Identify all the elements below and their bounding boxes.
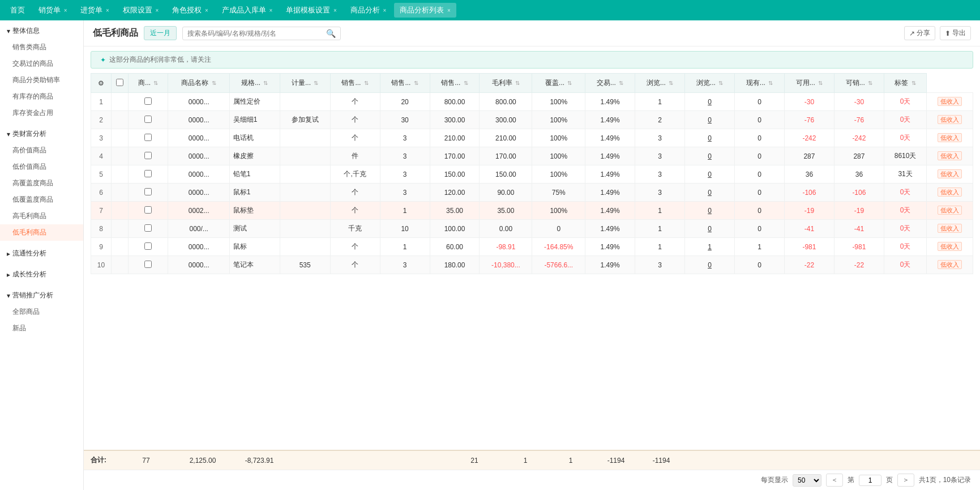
row-amount: 170.00 [430, 147, 480, 165]
col-settings[interactable]: ⚙ [91, 74, 112, 93]
nav-sales-order[interactable]: 销货单 × [33, 3, 72, 18]
row-view1[interactable]: 0 [685, 111, 735, 129]
row-view1[interactable]: 0 [685, 147, 735, 165]
sidebar-item-low-coverage[interactable]: 低覆盖度商品 [0, 191, 83, 208]
row-checkbox[interactable] [144, 224, 152, 232]
sidebar-item-low-value[interactable]: 低价值商品 [0, 159, 83, 175]
nav-close-permissions[interactable]: × [156, 7, 159, 14]
row-checkbox-cell[interactable] [129, 256, 168, 274]
sidebar-group-title-circulation[interactable]: ▸ 流通性分析 [0, 245, 83, 262]
row-view1[interactable]: 0 [685, 165, 735, 184]
nav-product-entry[interactable]: 产成品入库单 × [216, 3, 278, 18]
row-checkbox-cell[interactable] [129, 202, 168, 220]
row-view2: 0 [735, 93, 785, 111]
row-tag: 低收入 [927, 238, 973, 256]
row-checkbox-cell[interactable] [129, 220, 168, 238]
sidebar-item-all-goods[interactable]: 全部商品 [0, 304, 83, 320]
row-available: -41 [834, 220, 884, 238]
sidebar-item-sales-goods[interactable]: 销售类商品 [0, 39, 83, 56]
col-checkbox[interactable] [112, 74, 129, 93]
row-saleable: 31天 [884, 165, 926, 184]
col-unit: 计量... ⇅ [280, 74, 330, 93]
next-page-button[interactable]: ＞ [897, 474, 914, 487]
row-checkbox[interactable] [144, 97, 152, 105]
select-all-checkbox[interactable] [116, 79, 123, 86]
row-checkbox-cell[interactable] [129, 93, 168, 111]
sidebar-group-title-wealth[interactable]: ▾ 类财富分析 [0, 126, 83, 142]
sidebar-item-traded-goods[interactable]: 交易过的商品 [0, 56, 83, 72]
nav-close-purchase[interactable]: × [106, 7, 109, 14]
nav-close-sales[interactable]: × [64, 7, 67, 14]
row-checkbox[interactable] [144, 242, 152, 250]
page-size-select[interactable]: 50 100 200 [793, 474, 821, 487]
page-label: 第 [848, 475, 854, 485]
sidebar-item-stock-capital[interactable]: 库存资金占用 [0, 105, 83, 121]
sidebar-item-high-coverage[interactable]: 高覆盖度商品 [0, 175, 83, 191]
settings-icon[interactable]: ⚙ [98, 79, 104, 87]
sidebar-group-title-growth[interactable]: ▸ 成长性分析 [0, 266, 83, 283]
sidebar-group-title-marketing[interactable]: ▾ 营销推广分析 [0, 287, 83, 304]
search-icon[interactable]: 🔍 [326, 29, 336, 38]
row-tag: 低收入 [927, 165, 973, 184]
sidebar-item-high-value[interactable]: 高价值商品 [0, 142, 83, 159]
nav-close-product[interactable]: × [269, 7, 273, 14]
row-coverage: 1.49% [585, 202, 635, 220]
sidebar-item-high-margin[interactable]: 高毛利商品 [0, 208, 83, 224]
nav-role-auth[interactable]: 角色授权 × [166, 3, 213, 18]
row-tag: 低收入 [927, 184, 973, 202]
sidebar-group-title-overall[interactable]: ▾ 整体信息 [0, 23, 83, 39]
sidebar-item-stock-goods[interactable]: 有库存的商品 [0, 88, 83, 105]
export-button[interactable]: ⬆ 导出 [940, 26, 971, 40]
row-checkbox-cell[interactable] [129, 238, 168, 256]
table-container[interactable]: ⚙ 商... ⇅ 商品名称 ⇅ 规格... ⇅ 计量... ⇅ 销售... ⇅ … [84, 73, 980, 450]
sidebar-item-low-margin[interactable]: 低毛利商品 [0, 224, 83, 241]
row-checkbox[interactable] [144, 188, 152, 195]
nav-close-template[interactable]: × [333, 7, 337, 14]
row-view1[interactable]: 0 [685, 256, 735, 274]
row-view1[interactable]: 1 [685, 238, 735, 256]
row-qty: 30 [380, 111, 430, 129]
row-checkbox[interactable] [144, 116, 152, 123]
settings-cell [112, 184, 129, 202]
row-trade: 2 [635, 111, 685, 129]
row-checkbox-cell[interactable] [129, 129, 168, 147]
footer-available: -1194 [639, 457, 684, 465]
row-view1[interactable]: 0 [685, 202, 735, 220]
nav-template-settings[interactable]: 单据模板设置 × [280, 3, 342, 18]
share-button[interactable]: ↗ 分享 [904, 26, 935, 40]
row-number: 6 [91, 184, 112, 202]
row-checkbox[interactable] [144, 152, 152, 159]
row-checkbox[interactable] [144, 134, 152, 141]
search-input[interactable] [187, 29, 324, 37]
row-checkbox[interactable] [144, 261, 152, 268]
nav-close-role[interactable]: × [205, 7, 208, 14]
row-checkbox[interactable] [144, 206, 152, 214]
filter-button[interactable]: 近一月 [144, 26, 177, 40]
sidebar-item-new-goods[interactable]: 新品 [0, 320, 83, 336]
nav-permissions[interactable]: 权限设置 × [117, 3, 164, 18]
nav-home[interactable]: 首页 [5, 3, 31, 18]
row-checkbox-cell[interactable] [129, 165, 168, 184]
nav-close-analysis[interactable]: × [383, 7, 386, 14]
row-tag: 低收入 [927, 256, 973, 274]
prev-page-button[interactable]: ＜ [826, 474, 843, 487]
nav-product-analysis-list[interactable]: 商品分析列表 × [394, 3, 456, 18]
row-checkbox-cell[interactable] [129, 111, 168, 129]
table-row: 10 0000... 笔记本 535 个 3 180.00 -10,380...… [91, 256, 973, 274]
nav-close-analysis-list[interactable]: × [447, 7, 451, 14]
nav-product-analysis[interactable]: 商品分析 × [345, 3, 392, 18]
row-checkbox-cell[interactable] [129, 184, 168, 202]
row-view1[interactable]: 0 [685, 184, 735, 202]
row-checkbox[interactable] [144, 170, 152, 177]
row-view1[interactable]: 0 [685, 93, 735, 111]
row-view1[interactable]: 0 [685, 129, 735, 147]
nav-purchase-order[interactable]: 进货单 × [75, 3, 114, 18]
row-view1[interactable]: 0 [685, 220, 735, 238]
page-number-input[interactable] [859, 475, 881, 486]
row-name: 电话机 [229, 129, 280, 147]
row-unit: 个 [330, 202, 380, 220]
row-checkbox-cell[interactable] [129, 147, 168, 165]
settings-cell [112, 129, 129, 147]
settings-cell [112, 147, 129, 165]
sidebar-item-category-rate[interactable]: 商品分类助销率 [0, 72, 83, 88]
